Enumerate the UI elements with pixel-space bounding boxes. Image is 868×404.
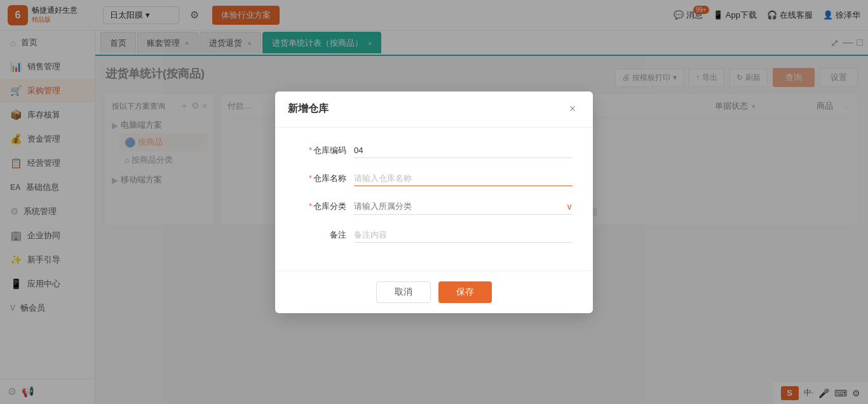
remark-label: 备注 bbox=[295, 229, 346, 241]
category-input[interactable] bbox=[354, 201, 566, 211]
add-warehouse-modal: 新增仓库 × *仓库编码 *仓库名称 *仓库分类 bbox=[275, 91, 593, 313]
modal-overlay: 新增仓库 × *仓库编码 *仓库名称 *仓库分类 bbox=[0, 0, 868, 404]
remark-input[interactable] bbox=[354, 227, 573, 243]
modal-close-button[interactable]: × bbox=[565, 102, 580, 117]
name-input[interactable] bbox=[354, 171, 573, 186]
category-select[interactable]: ∨ bbox=[354, 199, 573, 215]
code-label: *仓库编码 bbox=[295, 145, 346, 156]
modal-footer: 取消 保存 bbox=[275, 271, 593, 313]
modal-header: 新增仓库 × bbox=[275, 91, 593, 128]
cancel-button[interactable]: 取消 bbox=[376, 281, 431, 303]
save-button[interactable]: 保存 bbox=[438, 281, 492, 303]
category-arrow-icon: ∨ bbox=[566, 201, 573, 212]
form-row-code: *仓库编码 bbox=[295, 143, 573, 158]
form-row-remark: 备注 bbox=[295, 227, 573, 243]
category-label: *仓库分类 bbox=[295, 201, 346, 212]
form-row-name: *仓库名称 bbox=[295, 171, 573, 186]
code-input[interactable] bbox=[354, 143, 573, 158]
name-label: *仓库名称 bbox=[295, 173, 346, 184]
form-row-category: *仓库分类 ∨ bbox=[295, 199, 573, 215]
modal-title: 新增仓库 bbox=[288, 102, 329, 116]
modal-body: *仓库编码 *仓库名称 *仓库分类 ∨ bbox=[275, 128, 593, 271]
